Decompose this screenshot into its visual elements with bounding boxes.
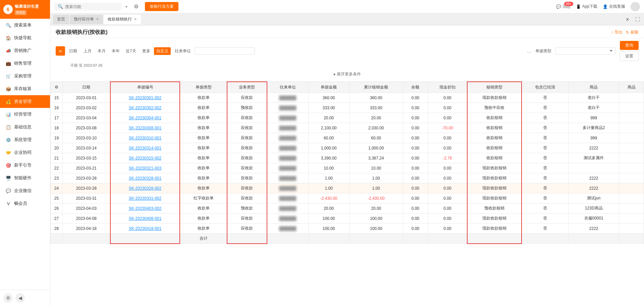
cell-date: 2023-03-10 [63,133,110,143]
doc-number-link[interactable]: SK-20230308-001 [129,126,161,130]
cell-biz-type: 应收款 [227,193,267,203]
sidebar-item-inventory[interactable]: 📦 库存核算 [0,82,50,95]
cell-product1: 老白干 [569,103,619,113]
cell-verify-amount: 100.00 [349,213,403,224]
message-btn[interactable]: 💬 消息 99+ [556,4,571,9]
sidebar-item-search[interactable]: 🔍 搜索菜单 [0,19,50,32]
solution-button[interactable]: 体验行业方案 [145,2,178,11]
doc-number-link[interactable]: SK-20230304-001 [129,116,161,120]
cell-verify-type: 收款核销 [467,133,522,143]
refresh-icon: ↻ [626,30,629,35]
cell-cash-discount: 0.00 [428,173,467,183]
doc-number-link[interactable]: SK-20230403-002 [129,206,161,211]
tab-prepay[interactable]: 预付应付单 ✕ [70,15,103,24]
sidebar-item-enterprise[interactable]: 🤝 企业协同 [0,146,50,159]
refresh-button[interactable]: ↻ 刷新 [626,29,639,35]
gear-icon[interactable]: ⚙ [131,2,141,11]
tab-home[interactable]: 首页 [53,15,69,24]
cell-include-cleared: 否 [522,153,569,163]
guide-icon: 🎯 [5,162,11,168]
cell-doc-number: SK-20230331-002 [110,193,180,203]
sidebar: 6 畅康道好生意 标推版 🔍 搜索菜单 🏠 快捷导航 📣 营销推广 💼 销售管理… [0,0,50,306]
doc-number-link[interactable]: SK-20230315-002 [129,156,161,161]
col-header-product2: 商品 [619,82,644,93]
cell-product1: 2222 [569,173,619,183]
search-input[interactable] [65,4,115,9]
date-btn-last-month[interactable]: 上月 [81,47,94,55]
collapse-btn[interactable]: ◀ [15,293,25,303]
filter-expand-left[interactable]: » [56,46,65,56]
doc-number-link[interactable]: SK-20230328-001 [129,176,161,181]
sidebar-item-hardware[interactable]: 🖥️ 智能硬件 [0,172,50,184]
cell-partner: ██████ [267,183,308,193]
doc-number-link[interactable]: SK-20230408-001 [129,216,161,221]
table-row: 19 2023-03-10 SK-20230310-001 收款单 应收款 ██… [51,133,644,143]
maximize-tab-btn[interactable]: ⛶ [634,16,641,23]
sidebar-item-wechat[interactable]: 💬 企业微信 [0,184,50,197]
cell-verify-type: 现款收款核销 [467,213,522,224]
export-button[interactable]: ↑ 导出 [611,29,623,35]
more-dots[interactable]: ... [527,48,531,54]
doc-type-select[interactable] [555,47,616,55]
filter-settings-button[interactable]: 设置 [620,51,639,61]
settings-icon[interactable]: ⚙ [55,85,58,89]
sidebar-item-system[interactable]: ⚙️ 系统管理 [0,133,50,146]
cell-doc-type: 收款单 [180,153,227,163]
sidebar-item-basic[interactable]: 📋 基础信息 [0,121,50,133]
cell-partner: ██████ [267,213,308,224]
sidebar-item-sales[interactable]: 💼 销售管理 [0,57,50,70]
doc-number-link[interactable]: SK-20230321-003 [129,166,161,171]
dropdown-arrow[interactable]: ▾ [125,4,127,9]
doc-number-link[interactable]: SK-20230314-001 [129,146,161,150]
cell-cash-discount: 0.00 [428,224,467,234]
tab-verify-close[interactable]: ✕ [134,17,137,21]
cell-verify-amount: 360.00 [349,93,403,103]
topbar-search-box[interactable]: 🔍 [54,3,121,10]
doc-number-link[interactable]: SK-20230301-002 [129,96,161,100]
cell-doc-number: SK-20230403-002 [110,203,180,213]
cell-include-cleared: 否 [522,93,569,103]
sidebar-item-marketing[interactable]: 📣 营销推广 [0,44,50,57]
cell-amount: -2,430.00 [308,193,349,203]
date-btn-this-year[interactable]: 本年 [109,47,122,55]
cell-product1: 测试多属件 [569,153,619,163]
date-btn-custom[interactable]: 自定义 [154,47,171,55]
tab-verify[interactable]: 收款核销执行 ✕ [104,15,141,24]
date-btn-this-month[interactable]: 本月 [95,47,108,55]
app-download-btn[interactable]: 📱 App下载 [576,4,597,9]
cell-balance: 0.00 [403,123,428,133]
sidebar-label-sales: 销售管理 [14,60,32,66]
cell-biz-type: 应收款 [227,93,267,103]
cell-include-cleared: 否 [522,133,569,143]
sidebar-item-purchase[interactable]: 🛒 采购管理 [0,70,50,82]
page-actions: ↑ 导出 ↻ 刷新 [611,29,639,35]
doc-number-link[interactable]: SK-20230310-001 [129,136,161,140]
doc-number-link[interactable]: SK-20230302-002 [129,106,161,110]
close-tab-btn[interactable]: ✕ [624,16,631,23]
cell-include-cleared: 否 [522,103,569,113]
sidebar-item-guide[interactable]: 🎯 新手引导 [0,159,50,172]
cell-product1 [569,163,619,173]
cell-include-cleared: 否 [522,224,569,234]
sidebar-item-member[interactable]: V 畅会员 [0,197,50,210]
settings-bottom-btn[interactable]: ⚙ [3,293,13,303]
query-button[interactable]: 查询 [620,41,639,50]
date-btn-7days[interactable]: 近7天 [123,47,139,55]
user-avatar[interactable] [631,2,640,11]
col-header-settings[interactable]: ⚙ [51,82,63,93]
date-btn-more[interactable]: 更多 [140,47,153,55]
expand-bar[interactable]: ▾ 展开更多条件 [56,70,639,78]
tab-prepay-close[interactable]: ✕ [96,17,99,21]
col-header-date: 日期 [63,82,110,93]
cell-amount: 1,000.00 [308,143,349,153]
sidebar-item-operation[interactable]: 📊 经营管理 [0,108,50,121]
app-label: App下载 [582,4,597,9]
online-service-btn[interactable]: 👤 在线客服 [603,4,625,9]
doc-number-link[interactable]: SK-20230328-002 [129,186,161,191]
sales-icon: 💼 [5,60,11,66]
partner-input[interactable] [195,47,255,55]
doc-number-link[interactable]: SK-20230418-001 [129,226,161,231]
sidebar-item-finance[interactable]: 💰 资金管理 [0,95,50,108]
doc-number-link[interactable]: SK-20230331-002 [129,196,161,201]
sidebar-item-quick-nav[interactable]: 🏠 快捷导航 [0,32,50,44]
